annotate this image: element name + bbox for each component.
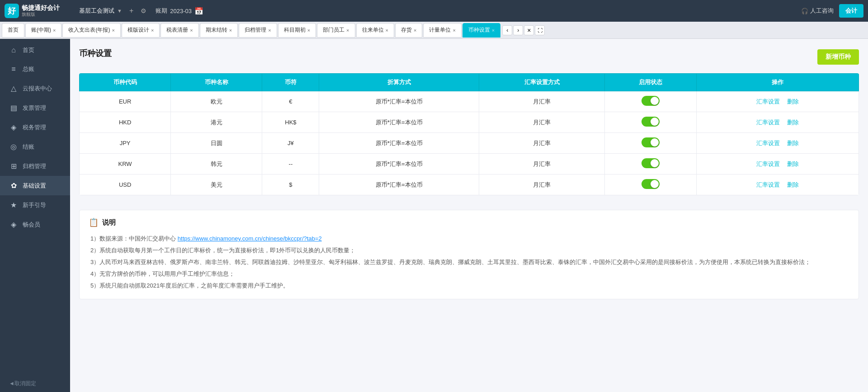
cell-status[interactable]: [605, 154, 696, 175]
page-title: 币种设置: [79, 48, 112, 59]
archive-icon: ⊞: [9, 162, 18, 170]
workspace-settings-icon[interactable]: ⚙: [141, 7, 146, 14]
tab-report[interactable]: 收入支出表(年报) ×: [62, 23, 120, 38]
delete-link[interactable]: 删除: [787, 140, 799, 146]
tab-period-end[interactable]: 期末结转 ×: [200, 23, 238, 38]
tab-period-end-close-icon[interactable]: ×: [229, 28, 232, 33]
cell-action: 汇率设置 删除: [696, 175, 859, 195]
sidebar-footer-label: ◄取消固定: [9, 380, 36, 387]
sidebar-footer[interactable]: ◄取消固定: [0, 375, 70, 392]
tab-taxclear-close-icon[interactable]: ×: [190, 28, 193, 33]
tab-period-close-icon[interactable]: ×: [53, 28, 56, 33]
cell-code: EUR: [80, 91, 171, 112]
cell-calc: 原币*汇率=本位币: [319, 154, 479, 175]
headset-icon: 🎧: [801, 8, 808, 14]
toggle-track: [642, 179, 660, 189]
cell-status[interactable]: [605, 133, 696, 154]
tab-close-all-icon[interactable]: ×: [524, 25, 534, 35]
cell-symbol: --: [262, 154, 319, 175]
help-button[interactable]: 🎧 人工咨询: [801, 7, 834, 15]
tab-customers-close-icon[interactable]: ×: [386, 28, 388, 33]
content-wrapper: 币种设置 新增币种 币种代码 币种名称 币符 折算方式 汇率设置方式 启用状态 …: [79, 48, 859, 299]
checkout-icon: ◎: [9, 142, 18, 151]
logo-icon: 好: [5, 4, 19, 18]
cell-symbol: J¥: [262, 133, 319, 154]
tab-currency-close-icon[interactable]: ×: [492, 28, 495, 33]
notice-list: 1）数据来源：中国外汇交易中心 https://www.chinamoney.c…: [89, 233, 849, 292]
notice-item-3: 3）人民币对马来西亚林吉特、俄罗斯卢布、南非兰特、韩元、阿联酋迪拉姆、沙特里亚尔…: [89, 256, 849, 268]
tab-archive[interactable]: 归档管理 ×: [239, 23, 277, 38]
sidebar-item-report-center[interactable]: △ 云报表中心: [0, 79, 70, 98]
tab-department[interactable]: 部门员工 ×: [317, 23, 355, 38]
rate-setting-link[interactable]: 汇率设置: [756, 119, 780, 126]
tab-department-close-icon[interactable]: ×: [346, 28, 349, 33]
tab-template-close-icon[interactable]: ×: [151, 28, 154, 33]
tab-inventory[interactable]: 存货 ×: [395, 23, 422, 38]
workspace-selector[interactable]: 基层工会测试 ▼: [79, 7, 122, 15]
sidebar-item-checkout[interactable]: ◎ 结账: [0, 137, 70, 156]
logo-text-area: 畅捷通好会计 旗舰版: [22, 4, 60, 18]
delete-link[interactable]: 删除: [787, 98, 799, 105]
cell-action: 汇率设置 删除: [696, 112, 859, 133]
sidebar-item-archive[interactable]: ⊞ 归档管理: [0, 156, 70, 176]
tab-next-icon[interactable]: ›: [513, 25, 523, 35]
tab-archive-close-icon[interactable]: ×: [268, 28, 271, 33]
sidebar-item-invoice[interactable]: ▤ 发票管理: [0, 98, 70, 118]
add-workspace-icon[interactable]: +: [129, 7, 133, 15]
rate-setting-link[interactable]: 汇率设置: [756, 98, 780, 105]
enable-toggle[interactable]: [642, 117, 660, 127]
sidebar-item-guide[interactable]: ★ 新手引导: [0, 195, 70, 215]
calendar-icon[interactable]: 📅: [194, 7, 203, 15]
cell-status[interactable]: [605, 112, 696, 133]
tab-template[interactable]: 模版设计 ×: [122, 23, 160, 38]
cell-symbol: $: [262, 175, 319, 195]
tab-unit[interactable]: 计量单位 ×: [423, 23, 461, 38]
sidebar-item-general-ledger[interactable]: ≡ 总账: [0, 60, 70, 79]
sidebar-checkout-label: 结账: [23, 143, 34, 151]
sidebar-item-home[interactable]: ⌂ 首页: [0, 41, 70, 60]
rate-setting-link[interactable]: 汇率设置: [756, 140, 780, 146]
tab-prev-icon[interactable]: ‹: [502, 25, 512, 35]
rate-setting-link[interactable]: 汇率设置: [756, 181, 780, 188]
tab-expand-icon[interactable]: ⛶: [535, 25, 545, 35]
header-right: 🎧 人工咨询 会计: [801, 4, 863, 18]
enable-toggle[interactable]: [642, 137, 660, 147]
enable-toggle[interactable]: [642, 158, 660, 168]
tab-taxclear[interactable]: 税表清册 ×: [160, 23, 198, 38]
tab-home[interactable]: 首页: [2, 23, 24, 38]
tab-subjects-label: 科目期初: [284, 26, 306, 34]
top-header: 好 畅捷通好会计 旗舰版 基层工会测试 ▼ + ⚙ 账期 2023-03 📅 🎧…: [0, 0, 868, 22]
tab-inventory-close-icon[interactable]: ×: [414, 28, 416, 33]
sidebar-item-settings[interactable]: ✿ 基础设置: [0, 176, 70, 195]
tab-period[interactable]: 账(中期) ×: [25, 23, 61, 38]
sidebar-item-member[interactable]: ◈ 畅会员: [0, 215, 70, 234]
delete-link[interactable]: 删除: [787, 161, 799, 167]
tab-home-label: 首页: [8, 26, 19, 34]
cell-rate: 月汇率: [479, 175, 604, 195]
notice-link[interactable]: https://www.chinamoney.com.cn/chinese/bk…: [178, 235, 322, 242]
cell-status[interactable]: [605, 175, 696, 195]
tab-subjects-close-icon[interactable]: ×: [307, 28, 310, 33]
new-currency-button[interactable]: 新增币种: [817, 49, 859, 65]
toggle-thumb: [651, 118, 659, 126]
rate-setting-link[interactable]: 汇率设置: [756, 161, 780, 167]
report-icon: △: [9, 84, 18, 93]
enable-toggle[interactable]: [642, 179, 660, 189]
account-button[interactable]: 会计: [839, 4, 863, 18]
tab-subjects[interactable]: 科目期初 ×: [278, 23, 316, 38]
cell-status[interactable]: [605, 91, 696, 112]
sidebar-item-tax[interactable]: ◈ 税务管理: [0, 118, 70, 137]
sidebar-invoice-label: 发票管理: [23, 104, 46, 112]
delete-link[interactable]: 删除: [787, 181, 799, 188]
table-header-row: 币种代码 币种名称 币符 折算方式 汇率设置方式 启用状态 操作: [80, 74, 859, 91]
delete-link[interactable]: 删除: [787, 119, 799, 126]
tab-currency[interactable]: 币种设置 ×: [462, 23, 500, 38]
tab-report-close-icon[interactable]: ×: [112, 28, 114, 33]
workspace-arrow-icon: ▼: [117, 8, 122, 14]
sidebar-report-label: 云报表中心: [23, 85, 52, 93]
cell-code: KRW: [80, 154, 171, 175]
content-area: 币种设置 新增币种 币种代码 币种名称 币符 折算方式 汇率设置方式 启用状态 …: [70, 39, 868, 392]
tab-unit-close-icon[interactable]: ×: [453, 28, 455, 33]
enable-toggle[interactable]: [642, 96, 660, 106]
tab-customers[interactable]: 往来单位 ×: [356, 23, 394, 38]
